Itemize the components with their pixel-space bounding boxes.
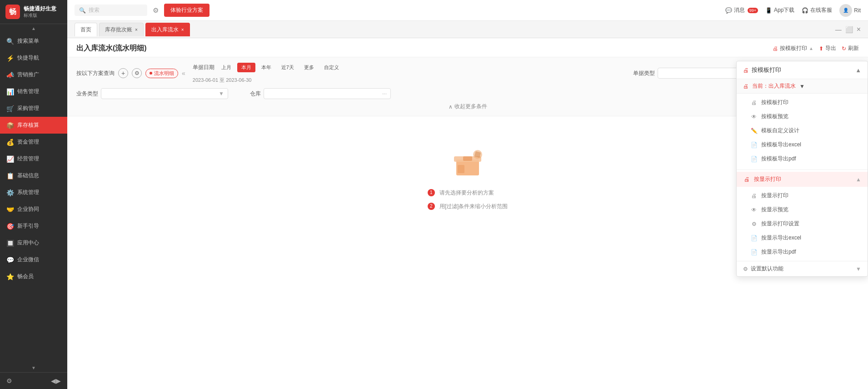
tab-home[interactable]: 首页: [75, 23, 97, 36]
dropdown-item-display-pdf[interactable]: 📄 按显示导出pdf: [737, 245, 868, 259]
maximize-icon[interactable]: ⬜: [845, 26, 853, 33]
dropdown-item-print-template[interactable]: 🖨 按模板打印: [737, 95, 868, 110]
sidebar-item-quick-nav[interactable]: ⚡ 快捷导航: [0, 50, 67, 66]
membership-icon: ⭐: [6, 273, 14, 280]
topbar-gear-icon[interactable]: ⚙: [153, 6, 159, 15]
sidebar-item-operation[interactable]: 📈 经营管理: [0, 150, 67, 167]
doc-type-label: 单据类型: [633, 70, 655, 77]
page-header-actions: 🖨 按模板打印 ▲ ⬆ 导出 ↻ 刷新: [773, 45, 859, 52]
refresh-btn[interactable]: ↻ 刷新: [842, 45, 859, 52]
settings-footer-icon[interactable]: ⚙: [6, 377, 12, 384]
date-filter-label: 单据日期: [193, 64, 215, 71]
avatar: 👤: [839, 4, 852, 17]
step1-text: 请先选择要分析的方案: [439, 187, 494, 198]
tag-dot: [150, 72, 152, 75]
filter-collapse-button[interactable]: «: [182, 70, 185, 77]
last-month-btn[interactable]: 上月: [217, 63, 235, 72]
sidebar-item-inventory[interactable]: 📦 库存核算: [0, 117, 67, 134]
app-download-action[interactable]: 📱 App下载: [765, 6, 794, 14]
current-item-arrow: ▼: [799, 83, 805, 90]
more-btn[interactable]: 更多: [300, 63, 318, 72]
close-tab-inventory-batch[interactable]: ×: [135, 27, 138, 32]
collapse-sidebar-btn[interactable]: ◀▶: [51, 377, 61, 384]
topbar-search-box[interactable]: 🔍 搜索: [75, 5, 147, 16]
custom-btn[interactable]: 自定义: [320, 63, 343, 72]
dropdown-current-item[interactable]: 🖨 当前：出入库流水 ▼: [737, 79, 868, 94]
print-template-btn[interactable]: 🖨 按模板打印 ▲: [773, 45, 813, 52]
minimize-icon[interactable]: —: [835, 26, 842, 33]
message-action[interactable]: 💬 消息 99+: [725, 6, 758, 14]
dropdown-item-template-pdf[interactable]: 📄 按模板导出pdf: [737, 152, 868, 166]
warehouse-select[interactable]: ···: [264, 88, 391, 99]
tab-stock-flow[interactable]: 出入库流水 ×: [145, 23, 190, 36]
current-item-icon: 🖨: [743, 83, 748, 90]
tab-inventory-batch[interactable]: 库存批次账 ×: [99, 23, 144, 36]
business-type-label: 业务类型: [76, 90, 98, 98]
page-content: 出入库流水(流水明细) 🖨 按模板打印 ▲ ⬆ 导出 ↻ 刷新: [67, 38, 868, 389]
display-print-icon: 🖨: [750, 193, 758, 199]
sidebar-scroll-down[interactable]: ▼: [0, 364, 67, 372]
dropdown-template-section: 🖨 按模板打印 👁 按模板预览 ✏️ 模板自定义设计 📄 按模板导出excel …: [737, 94, 868, 168]
sidebar-item-basic[interactable]: 📋 基础信息: [0, 167, 67, 184]
display-excel-icon: 📄: [750, 235, 758, 241]
dropdown-arrow-icon: ▲: [809, 46, 813, 51]
app-center-icon: 🔲: [6, 239, 14, 247]
sidebar-item-search[interactable]: 🔍 搜索菜单: [0, 33, 67, 50]
sidebar-item-cooperation[interactable]: 🤝 企业协同: [0, 201, 67, 218]
wechat-icon: 💬: [6, 256, 14, 264]
dropdown-footer[interactable]: ⚙ 设置默认功能 ▼: [737, 261, 868, 276]
user-profile-action[interactable]: 👤 Rit: [839, 4, 861, 17]
download-icon: 📱: [765, 7, 772, 14]
display-section-arrow: ▲: [856, 176, 861, 183]
warehouse-label: 仓库: [250, 90, 261, 98]
system-icon: ⚙️: [6, 189, 14, 196]
step2-num: 2: [428, 203, 435, 210]
dropdown-item-template-excel[interactable]: 📄 按模板导出excel: [737, 138, 868, 152]
export-btn[interactable]: ⬆ 导出: [819, 45, 836, 52]
sidebar-item-app-center[interactable]: 🔲 应用中心: [0, 234, 67, 251]
business-type-select[interactable]: ▼: [101, 88, 228, 99]
business-type-arrow-icon: ▼: [219, 90, 224, 97]
industry-solution-button[interactable]: 体验行业方案: [164, 4, 210, 17]
dropdown-item-display-print[interactable]: 🖨 按显示打印: [737, 189, 868, 203]
warehouse-more-icon[interactable]: ···: [382, 90, 387, 97]
close-tab-stock-flow[interactable]: ×: [181, 27, 184, 32]
quick-nav-icon: ⚡: [6, 55, 14, 62]
sidebar-item-enterprise-wechat[interactable]: 💬 企业微信: [0, 251, 67, 268]
dropdown-item-display-print-settings[interactable]: ⚙ 按显示打印设置: [737, 217, 868, 231]
current-month-btn[interactable]: 本月: [237, 63, 255, 72]
online-service-action[interactable]: 🎧 在线客服: [802, 6, 832, 14]
dropdown-close-btn[interactable]: ▲: [855, 67, 861, 74]
svg-rect-3: [458, 165, 464, 173]
svg-rect-2: [463, 156, 472, 161]
cooperation-icon: 🤝: [6, 206, 14, 213]
dropdown-item-display-excel[interactable]: 📄 按显示导出excel: [737, 231, 868, 245]
sidebar-item-marketing[interactable]: 📣 营销推广: [0, 66, 67, 83]
sidebar-item-sales[interactable]: 📊 销售管理: [0, 83, 67, 100]
sidebar-item-purchase[interactable]: 🛒 采购管理: [0, 100, 67, 117]
filter-add-button[interactable]: +: [118, 68, 128, 78]
sidebar-item-membership[interactable]: ⭐ 畅会员: [0, 268, 67, 285]
sidebar-item-finance[interactable]: 💰 资金管理: [0, 134, 67, 150]
main-content: 🔍 搜索 ⚙ 体验行业方案 💬 消息 99+ 📱 App下载 🎧 在线客服 👤 …: [67, 0, 868, 389]
sidebar-item-guide[interactable]: 🎯 新手引导: [0, 218, 67, 234]
display-preview-icon: 👁: [750, 207, 758, 213]
message-icon: 💬: [725, 7, 732, 14]
operation-icon: 📈: [6, 155, 14, 163]
display-pdf-icon: 📄: [750, 249, 758, 255]
dropdown-item-display-preview[interactable]: 👁 按显示预览: [737, 203, 868, 217]
sidebar-item-system[interactable]: ⚙️ 系统管理: [0, 184, 67, 201]
last-7-days-btn[interactable]: 近7天: [277, 63, 298, 72]
dropdown-item-template-custom[interactable]: ✏️ 模板自定义设计: [737, 124, 868, 138]
dropdown-display-section-header[interactable]: 🖨 按显示打印 ▲: [737, 172, 868, 187]
filter-settings-button[interactable]: ⚙: [132, 68, 142, 78]
dropdown-item-template-preview[interactable]: 👁 按模板预览: [737, 110, 868, 124]
close-panel-icon[interactable]: ×: [857, 25, 861, 34]
template-custom-icon: ✏️: [750, 128, 758, 134]
sidebar: 畅 畅捷通好生意 标准版 ▲ 🔍 搜索菜单 ⚡ 快捷导航 📣 营销推广 📊 销售…: [0, 0, 67, 389]
this-year-btn[interactable]: 本年: [257, 63, 275, 72]
sidebar-scroll-up[interactable]: ▲: [0, 24, 67, 33]
dropdown-footer-icon: ⚙: [743, 266, 748, 272]
topbar-search-placeholder: 搜索: [89, 6, 100, 14]
filter-tag[interactable]: 流水明细: [145, 69, 178, 78]
